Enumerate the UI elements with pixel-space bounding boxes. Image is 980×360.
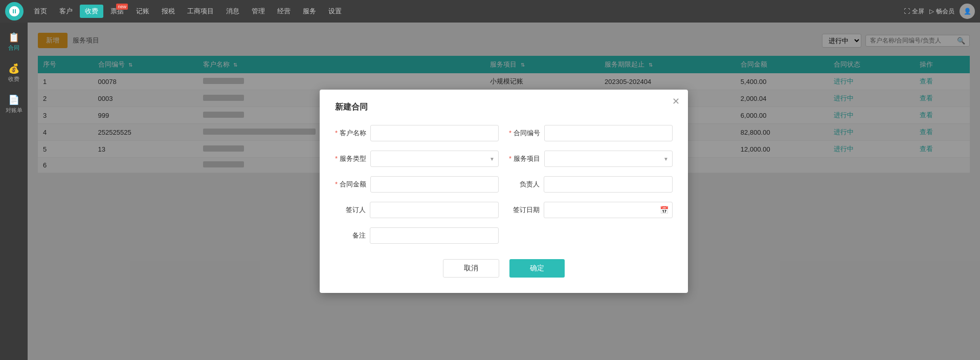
content-area: 新增 服务项目 进行中 已完成 已终止 🔍 序号 合同编号 ⇅ <box>28 23 980 360</box>
fee-icon: 💰 <box>8 64 19 73</box>
dialog-close-button[interactable]: ✕ <box>672 97 680 106</box>
sidebar-item-contract[interactable]: 📋 合同 <box>2 28 26 56</box>
input-signer[interactable] <box>370 202 499 218</box>
dialog-title: 新建合同 <box>335 102 673 113</box>
nav-fee[interactable]: 收费 <box>80 5 103 18</box>
form-group-responsible: 负责人 <box>509 176 673 193</box>
form-group-sign-date: 签订日期 2023-06-06 📅 <box>509 202 673 218</box>
nav-settings[interactable]: 设置 <box>323 5 347 18</box>
input-remarks[interactable] <box>370 227 499 244</box>
sidebar-item-fee[interactable]: 💰 收费 <box>2 59 26 88</box>
fullscreen-icon: ⛶ <box>904 8 910 15</box>
sidebar-item-statement[interactable]: 📄 对账单 <box>2 90 26 119</box>
nav-customer[interactable]: 客户 <box>54 5 78 18</box>
form-row-5: 备注 <box>335 227 673 244</box>
form-group-customer: 客户名称 <box>335 125 499 141</box>
select-service-item[interactable] <box>544 151 673 167</box>
label-sign-date: 签订日期 <box>509 205 540 215</box>
nav-service[interactable]: 服务 <box>298 5 321 18</box>
label-contract-amount: 合同金额 <box>335 180 366 189</box>
form-group-service-item: 服务项目 <box>509 151 673 167</box>
form-row-2: 服务类型 服务项目 <box>335 151 673 167</box>
main-layout: 📋 合同 💰 收费 📄 对账单 新增 服务项目 进行中 已完成 已终止 <box>0 23 980 360</box>
sidebar-contract-label: 合同 <box>8 44 19 52</box>
user-avatar[interactable]: 👤 <box>960 4 975 19</box>
nav-business[interactable]: 工商项目 <box>182 5 219 18</box>
nav-message[interactable]: 消息 <box>221 5 244 18</box>
nav-invoice[interactable]: 票据 new <box>105 5 129 18</box>
label-customer-name: 客户名称 <box>335 129 366 138</box>
sidebar-fee-label: 收费 <box>8 75 19 83</box>
vip-icon: ▷ <box>929 8 934 15</box>
nav-management[interactable]: 管理 <box>247 5 270 18</box>
label-signer: 签订人 <box>335 205 366 215</box>
nav-tax[interactable]: 报税 <box>157 5 180 18</box>
fullscreen-button[interactable]: ⛶ 全屏 <box>904 7 924 16</box>
app-logo <box>5 2 24 20</box>
calendar-icon[interactable]: 📅 <box>660 206 669 214</box>
dialog-footer: 取消 确定 <box>335 259 673 278</box>
contract-icon: 📋 <box>8 33 19 42</box>
new-contract-dialog: 新建合同 ✕ 客户名称 合同编号 服务类型 <box>320 90 688 293</box>
input-sign-date[interactable]: 2023-06-06 <box>544 202 673 218</box>
input-customer-name[interactable] <box>370 125 499 141</box>
vip-label: 畅会员 <box>936 7 954 16</box>
label-service-item: 服务项目 <box>509 154 540 163</box>
nav-accounting[interactable]: 记账 <box>131 5 154 18</box>
form-group-signer: 签订人 <box>335 202 499 218</box>
new-badge: new <box>116 4 128 10</box>
label-contract-no: 合同编号 <box>509 129 540 138</box>
select-service-item-wrapper <box>544 151 673 167</box>
top-navigation: 首页 客户 收费 票据 new 记账 报税 工商项目 消息 管理 经营 服务 设… <box>0 0 980 23</box>
confirm-button[interactable]: 确定 <box>509 259 565 278</box>
sign-date-wrapper: 2023-06-06 📅 <box>544 202 673 218</box>
nav-menu: 首页 客户 收费 票据 new 记账 报税 工商项目 消息 管理 经营 服务 设… <box>29 5 904 18</box>
form-group-remarks: 备注 <box>335 227 499 244</box>
form-row-3: 合同金额 0.00 负责人 <box>335 176 673 193</box>
form-group-amount: 合同金额 0.00 <box>335 176 499 193</box>
form-row-4: 签订人 签订日期 2023-06-06 📅 <box>335 202 673 218</box>
input-responsible[interactable] <box>544 176 673 193</box>
nav-operation[interactable]: 经营 <box>272 5 296 18</box>
statement-icon: 📄 <box>8 95 19 104</box>
nav-right-section: ⛶ 全屏 ▷ 畅会员 👤 <box>904 4 975 19</box>
form-group-contract-no: 合同编号 <box>509 125 673 141</box>
label-remarks: 备注 <box>335 231 366 240</box>
input-contract-amount[interactable]: 0.00 <box>370 176 499 193</box>
input-contract-no[interactable] <box>544 125 673 141</box>
label-service-type: 服务类型 <box>335 154 366 163</box>
left-sidebar: 📋 合同 💰 收费 📄 对账单 <box>0 23 28 360</box>
label-responsible: 负责人 <box>509 180 540 189</box>
modal-overlay: 新建合同 ✕ 客户名称 合同编号 服务类型 <box>28 23 980 360</box>
select-service-type[interactable] <box>370 151 499 167</box>
select-service-type-wrapper <box>370 151 499 167</box>
vip-button[interactable]: ▷ 畅会员 <box>929 7 954 16</box>
form-row-1: 客户名称 合同编号 <box>335 125 673 141</box>
form-group-service-type: 服务类型 <box>335 151 499 167</box>
fullscreen-label: 全屏 <box>912 7 924 16</box>
cancel-button[interactable]: 取消 <box>443 259 499 278</box>
sidebar-statement-label: 对账单 <box>6 107 23 114</box>
avatar-icon: 👤 <box>964 8 971 15</box>
nav-home[interactable]: 首页 <box>29 5 52 18</box>
